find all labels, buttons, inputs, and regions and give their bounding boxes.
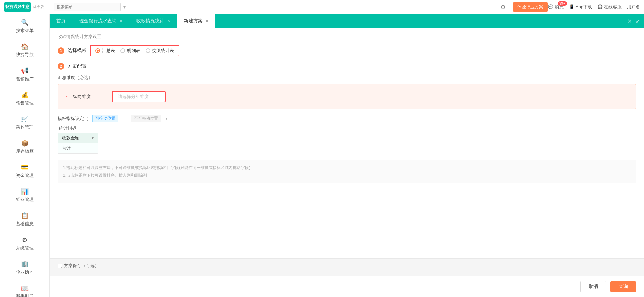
radio-detail-label: 明细表 (127, 48, 140, 54)
header: 畅捷通好生意 标准版 ▾ ⚙ 体验行业方案 💬 消息 99+ 📱 App下载 🎧… (0, 0, 644, 14)
guide-icon: 📖 (21, 285, 29, 292)
sidebar-item-basic[interactable]: 📋 基础信息 (0, 207, 49, 232)
service-label: 在线客服 (604, 4, 622, 10)
metrics-setting-label: 模板指标设定（ (58, 116, 88, 122)
sidebar: 🔍 搜索菜单 🏠 快捷导航 📢 营销推广 💰 销售管理 🛒 采购管理 📦 库存核… (0, 14, 50, 297)
sidebar-item-enterprise[interactable]: 🏢 企业协同 (0, 256, 49, 280)
section-config: 2 方案配置 汇总维度（必选） * 纵向维度 —— (58, 63, 636, 183)
sidebar-item-guide[interactable]: 📖 新手引导 (0, 280, 49, 297)
sidebar-item-label: 资金管理 (16, 172, 34, 179)
tab-cashflow[interactable]: 现金银行流水查询 ✕ (72, 14, 129, 28)
radio-cross-label: 交叉统计表 (152, 48, 174, 54)
save-checkbox-input[interactable] (58, 264, 62, 268)
message-btn[interactable]: 💬 消息 99+ (548, 4, 564, 10)
metrics-section: 模板指标设定（ 可拖动位置 不可拖动位置 ） 统计指标 (58, 115, 636, 154)
marketing-icon: 📢 (21, 67, 29, 75)
vertical-dim-label: 纵向维度 (73, 94, 91, 100)
stat-label: 统计指标 (58, 125, 98, 131)
dimension-select[interactable]: 请选择分组维度 (112, 91, 166, 102)
sidebar-item-management[interactable]: 📊 经营管理 (0, 183, 49, 207)
radio-summary[interactable]: 汇总表 (95, 48, 115, 54)
basic-icon: 📋 (21, 212, 29, 219)
tab-receipt-label: 收款情况统计 (136, 18, 164, 24)
sidebar-item-label: 新手引导 (16, 293, 34, 297)
tab-receipt-close[interactable]: ✕ (167, 19, 170, 23)
sidebar-item-label: 库存核算 (16, 148, 34, 154)
section1-title: 选择模板 (68, 48, 87, 54)
radio-cross[interactable]: 交叉统计表 (146, 48, 174, 54)
message-badge: 99+ (558, 1, 567, 6)
sidebar-item-sales[interactable]: 💰 销售管理 (0, 87, 49, 111)
sidebar-item-finance[interactable]: 💳 资金管理 (0, 159, 49, 183)
sidebar-item-label: 快捷导航 (16, 52, 34, 58)
metrics-table-wrapper: 统计指标 收款金额 ▾ 合计 (58, 125, 636, 154)
section2-title: 方案配置 (68, 63, 87, 69)
enterprise-icon: 🏢 (21, 260, 29, 268)
logo-area: 畅捷通好生意 标准版 (4, 2, 54, 12)
section-template-header: 1 选择模板 汇总表 明细表 (58, 45, 636, 56)
tab-home[interactable]: 首页 (50, 14, 72, 28)
sidebar-item-purchase[interactable]: 🛒 采购管理 (0, 111, 49, 135)
metrics-col-row: 合计 (58, 143, 98, 153)
sidebar-item-inventory[interactable]: 📦 库存核算 (0, 135, 49, 159)
search-icon: 🔍 (21, 19, 29, 26)
radio-detail[interactable]: 明细表 (120, 48, 140, 54)
header-actions: ⚙ 体验行业方案 (500, 2, 548, 12)
radio-detail-circle (120, 48, 125, 53)
purchase-icon: 🛒 (21, 115, 29, 123)
trial-button[interactable]: 体验行业方案 (513, 2, 548, 12)
search-input[interactable] (54, 3, 121, 11)
metrics-setting-label2 (122, 116, 127, 122)
sidebar-item-label: 系统管理 (16, 245, 34, 251)
service-btn[interactable]: 🎧 在线客服 (597, 4, 622, 10)
download-btn[interactable]: 📱 App下载 (569, 4, 592, 10)
tab-new-plan-label: 新建方案 (184, 18, 203, 24)
metrics-col-header[interactable]: 收款金额 ▾ (58, 133, 98, 143)
expand-icon[interactable]: ⤢ (636, 18, 640, 24)
sidebar-item-marketing[interactable]: 📢 营销推广 (0, 62, 49, 87)
management-icon: 📊 (21, 188, 29, 195)
section-template: 1 选择模板 汇总表 明细表 (58, 45, 636, 56)
save-checkbox-label[interactable]: 方案保存（可选） (58, 263, 99, 269)
arrow: —— (96, 94, 107, 100)
tab-bar: 首页 现金银行流水查询 ✕ 收款情况统计 ✕ 新建方案 ✕ ✕ ⤢ (50, 14, 644, 28)
dropdown-icon[interactable]: ▾ (123, 4, 126, 10)
home-icon: 🏠 (21, 43, 29, 50)
section-config-header: 2 方案配置 (58, 63, 636, 70)
dimension-config-label: 汇总维度（必选） (58, 75, 636, 81)
sidebar-item-label: 销售管理 (16, 100, 34, 106)
user-area[interactable]: 用户名 (627, 4, 640, 10)
query-button[interactable]: 查询 (610, 281, 636, 292)
draggable-badge: 可拖动位置 (92, 115, 118, 122)
logo-version: 标准版 (33, 4, 44, 9)
dimension-area: * 纵向维度 —— 请选择分组维度 (58, 84, 636, 109)
required-mark: * (66, 94, 68, 99)
template-options-box: 汇总表 明细表 交叉统计表 (90, 45, 179, 56)
close-window-icon[interactable]: ✕ (627, 18, 632, 24)
tab-cashflow-close[interactable]: ✕ (119, 19, 123, 23)
cancel-button[interactable]: 取消 (580, 281, 606, 292)
metrics-table: 收款金额 ▾ 合计 (58, 133, 98, 154)
sidebar-item-label: 企业协同 (16, 269, 34, 275)
save-checkbox-text: 方案保存（可选） (64, 263, 99, 269)
sidebar-item-nav[interactable]: 🏠 快捷导航 (0, 38, 49, 62)
tab-receipt[interactable]: 收款情况统计 ✕ (129, 14, 177, 28)
section2-num: 2 (58, 63, 64, 70)
section1-num: 1 (58, 47, 64, 54)
inventory-icon: 📦 (21, 140, 29, 147)
metrics-setting-label3: ） (165, 116, 169, 122)
config-section: 汇总维度（必选） * 纵向维度 —— 请选择分组维度 (58, 75, 636, 183)
sidebar-item-system[interactable]: ⚙ 系统管理 (0, 232, 49, 256)
sidebar-item-search[interactable]: 🔍 搜索菜单 (0, 14, 49, 38)
tab-new-plan-close[interactable]: ✕ (205, 19, 209, 23)
sidebar-item-label: 经营管理 (16, 197, 34, 203)
save-bar: 方案保存（可选） (50, 258, 644, 273)
sales-icon: 💰 (21, 91, 29, 99)
radio-cross-circle (146, 48, 150, 53)
system-icon: ⚙ (22, 236, 28, 244)
tip-1: 1.拖动标题栏可以调整布局，不可跨维度或指标区域拖动栏目字段(只能在同一维度或指… (63, 164, 631, 172)
sidebar-item-label: 基础信息 (16, 221, 34, 227)
gear-icon[interactable]: ⚙ (500, 3, 506, 11)
tab-new-plan[interactable]: 新建方案 ✕ (177, 14, 215, 28)
download-label: App下载 (576, 4, 592, 10)
